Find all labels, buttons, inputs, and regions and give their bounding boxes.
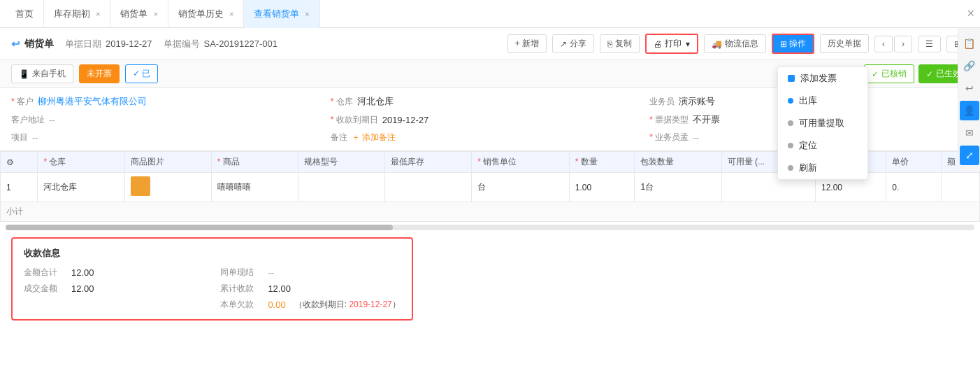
locate-label: 定位 — [799, 139, 817, 152]
copy-icon: ⎘ — [607, 39, 612, 49]
from-mobile-button[interactable]: 📱 来自手机 — [11, 64, 73, 83]
sidebar-icon-4[interactable]: 👤 — [960, 101, 979, 120]
logistics-icon: 🚚 — [712, 39, 722, 49]
dropdown-outbound[interactable]: 出库 — [778, 90, 867, 112]
horizontal-scrollbar[interactable] — [6, 225, 974, 230]
total-amount-value: 12.00 — [71, 267, 94, 278]
address-field: 客户地址 -- — [11, 113, 331, 126]
staff-value: 演示账号 — [679, 95, 715, 108]
payment-info: 收款信息 金额合计 12.00 同单现结 -- 成交金额 12.00 — [11, 237, 413, 321]
doc-header: ↩ 销货单 单据日期 2019-12-27 单据编号 SA-20191227-0… — [0, 28, 980, 60]
tab-view-sales[interactable]: 查看销货单 × — [244, 0, 319, 28]
operations-label: 操作 — [789, 38, 806, 50]
col-warehouse: * 仓库 — [38, 152, 124, 173]
print-icon: 🖨 — [654, 39, 662, 49]
tab-sales-history[interactable]: 销货单历史 × — [168, 0, 244, 28]
history-label: 历史单据 — [828, 38, 861, 50]
staff-label: 业务员 — [649, 96, 675, 108]
history-button[interactable]: 历史单据 — [820, 34, 869, 53]
subtotal-row: 小计 — [1, 202, 980, 222]
col-product-img: 商品图片 — [124, 152, 211, 173]
prev-button[interactable]: ‹ — [874, 36, 893, 52]
doc-meta-number: 单据编号 SA-20191227-001 — [164, 38, 278, 50]
customer-field: 客户 柳州粤港平安气体有限公司 — [11, 95, 331, 108]
current-owed-value: 0.00 — [268, 300, 285, 310]
dropdown-refresh[interactable]: 刷新 — [778, 157, 867, 179]
available-qty-label: 可用量提取 — [799, 117, 844, 129]
sales-staff-label: 业务员孟 — [649, 132, 689, 143]
dropdown-add-invoice[interactable]: 添加发票 — [778, 67, 867, 90]
col-settings[interactable]: ⚙ — [1, 152, 38, 173]
check-icon: ✓ — [926, 69, 933, 79]
payment-grid: 金额合计 12.00 同单现结 -- 成交金额 12.00 累计收款 12.00 — [24, 267, 401, 311]
dropdown-locate[interactable]: 定位 — [778, 134, 867, 157]
tab-sales-order[interactable]: 销货单 × — [110, 0, 168, 28]
sidebar-icon-5[interactable]: ✉ — [960, 123, 979, 143]
same-order-label: 同单现结 — [220, 267, 262, 279]
same-order-value: -- — [268, 267, 274, 278]
tab-inventory-init[interactable]: 库存期初 × — [44, 0, 110, 28]
tab-view-sales-close[interactable]: × — [305, 10, 309, 18]
row-num: 1 — [1, 173, 38, 202]
due-date-field: 收款到期日 2019-12-27 — [331, 113, 650, 126]
available-qty-icon — [788, 120, 793, 126]
doc-type-label: 销货单 — [24, 38, 54, 50]
not-opened-button[interactable]: 未开票 — [79, 64, 120, 83]
refresh-label: 刷新 — [799, 162, 817, 174]
new-button[interactable]: + 新增 — [507, 34, 547, 53]
operations-button[interactable]: ⊞ 操作 — [772, 34, 814, 54]
current-owed-row: 本单欠款 0.00 （收款到期日: 2019-12-27） — [220, 299, 400, 311]
address-value: -- — [49, 115, 55, 125]
tab-bar: 首页 库存期初 × 销货单 × 销货单历史 × 查看销货单 × × — [0, 0, 980, 28]
already-cancelled-button[interactable]: ✓ 已核销 — [864, 64, 914, 83]
close-all-tabs[interactable]: × — [967, 6, 974, 21]
row-quantity: 1.00 — [569, 173, 635, 202]
total-amount-label: 金额合计 — [24, 267, 66, 279]
sidebar-icon-1[interactable]: 📋 — [960, 34, 979, 53]
right-sidebar: 📋 🔗 ↩ 👤 ✉ ⤢ — [958, 28, 980, 171]
tab-home[interactable]: 首页 — [6, 0, 44, 28]
row-product-img — [124, 173, 211, 202]
customer-value[interactable]: 柳州粤港平安气体有限公司 — [38, 95, 147, 108]
due-date-value: 2019-12-27 — [382, 115, 429, 125]
warehouse-value: 河北仓库 — [357, 95, 394, 108]
share-button[interactable]: ↗ 分享 — [552, 34, 594, 53]
row-pack-qty: 1台 — [635, 173, 721, 202]
doc-meta-date: 单据日期 2019-12-27 — [65, 38, 152, 50]
add-note-button[interactable]: ＋ 添加备注 — [352, 132, 396, 143]
current-owed-label: 本单欠款 — [220, 299, 262, 311]
locate-icon — [788, 143, 793, 148]
logistics-button[interactable]: 🚚 物流信息 — [704, 34, 766, 53]
row-extra — [941, 173, 979, 202]
next-button[interactable]: › — [894, 36, 912, 52]
sidebar-icon-2[interactable]: 🔗 — [960, 56, 979, 76]
number-value: SA-20191227-001 — [204, 38, 278, 49]
bottom-area: 收款信息 金额合计 12.00 同单现结 -- 成交金额 12.00 — [0, 232, 980, 326]
col-spec: 规格型号 — [298, 152, 385, 173]
from-mobile-label: 来自手机 — [32, 68, 66, 80]
total-amount-row: 金额合计 12.00 — [24, 267, 203, 279]
tab-sales-history-close[interactable]: × — [229, 10, 233, 18]
tab-inventory-init-close[interactable]: × — [96, 10, 100, 18]
share-label: 分享 — [570, 38, 586, 50]
logistics-label: 物流信息 — [725, 38, 758, 50]
subtotal-label: 小计 — [1, 202, 980, 222]
print-dropdown-icon: ▾ — [686, 39, 690, 49]
project-value: -- — [32, 132, 38, 143]
row-sales-unit: 台 — [472, 173, 569, 202]
sidebar-icon-expand[interactable]: ⤢ — [960, 146, 979, 165]
transaction-amount-value: 12.00 — [71, 283, 94, 294]
col-quantity: * 数量 — [569, 152, 635, 173]
view-toggle-list[interactable]: ☰ — [918, 36, 941, 52]
bill-type-label: 票据类型 — [649, 114, 689, 126]
print-button[interactable]: 🖨 打印 ▾ — [645, 34, 698, 54]
due-hint: （收款到期日: 2019-12-27） — [294, 299, 401, 311]
check-circle-icon: ✓ — [872, 69, 879, 79]
warehouse-label: 仓库 — [331, 96, 353, 108]
tab-sales-order-close[interactable]: × — [153, 10, 157, 18]
confirm-btn[interactable]: ✓ 已 — [125, 64, 158, 83]
sidebar-icon-3[interactable]: ↩ — [960, 78, 979, 98]
outbound-label: 出库 — [799, 94, 817, 107]
copy-button[interactable]: ⎘ 复制 — [600, 34, 640, 53]
dropdown-available-qty[interactable]: 可用量提取 — [778, 112, 867, 134]
